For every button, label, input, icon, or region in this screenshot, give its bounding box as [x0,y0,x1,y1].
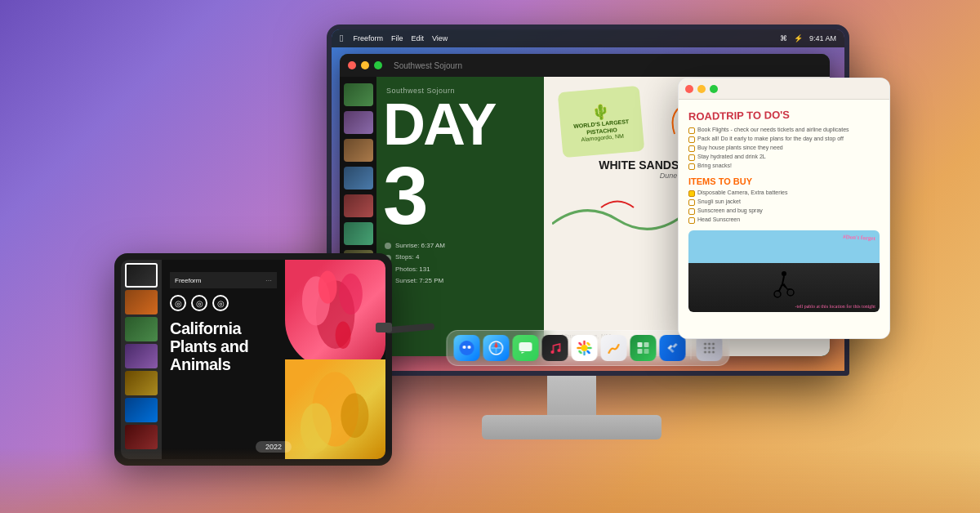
dock-separator [691,337,692,359]
menu-time: 9:41 AM [809,34,836,42]
monitor-stand-base [482,415,662,439]
svg-point-23 [782,271,786,276]
ipad-topbar: Freeform ⋯ [170,272,277,288]
ipad-main-title: California Plants and Animals [170,319,277,373]
studio-display:  Freeform File Edit View ⌘ ⚡ 9:41 AM [310,25,866,449]
window-titlebar: Southwest Sojourn [340,54,830,77]
svg-rect-13 [644,349,649,354]
svg-point-3 [463,346,466,349]
svg-point-2 [460,341,474,355]
dock-icon-photos[interactable] [572,335,598,361]
ipad-screen: Freeform ⋯ ◎ ◎ ◎ California Plants and A… [121,260,385,459]
notes-image-caption: #Don't forget [843,234,875,242]
ipad-thumb-1[interactable] [125,263,158,288]
dock-icon-music[interactable] [542,335,568,361]
apple-menu[interactable]:  [340,33,343,44]
cyclist-figure [768,270,800,306]
svg-point-20 [704,351,706,354]
ipad-thumb-2[interactable] [125,290,158,314]
ipad-thumb-3[interactable] [125,317,158,341]
dock-icon-messages[interactable] [513,335,539,361]
notes-item-7: Snugli sun jacket [688,199,880,206]
dock-icon-numbers[interactable] [630,335,657,361]
freeform-info-block: Sunrise: 6:37 AM Stops: 4 Photos: 131 Su… [385,240,445,288]
svg-point-29 [318,270,336,303]
ipad-icon-2: ◎ [191,295,207,311]
fullscreen-button[interactable] [374,61,382,69]
notes-close[interactable] [685,85,693,93]
svg-point-30 [335,321,350,349]
dock-icon-safari[interactable] [483,335,510,361]
ipad-icon-3: ◎ [212,295,229,311]
sidebar-thumb-4[interactable] [344,167,373,190]
svg-point-18 [708,347,710,350]
menu-view[interactable]: View [432,34,448,42]
notes-section2-title: ITEMS TO BUY [688,176,880,186]
notes-item-8: Sunscreen and bug spray [688,207,880,215]
svg-point-22 [712,351,715,354]
ipad-flower-bottom [285,359,385,459]
notes-item-2: Pack all! Do it early to make plans for … [688,136,880,143]
notes-fullscreen[interactable] [710,85,718,93]
ipad-year-badge: 2022 [256,441,292,453]
svg-rect-12 [638,349,643,354]
svg-point-14 [704,343,706,346]
sidebar-thumb-5[interactable] [344,194,373,217]
svg-point-28 [339,274,362,314]
ipad-sidebar[interactable] [121,260,162,459]
ipad-thumb-7[interactable] [125,425,158,449]
menu-wifi-icon: ⌘ [780,34,787,42]
ipad-main-content: Freeform ⋯ ◎ ◎ ◎ California Plants and A… [162,260,385,459]
notes-window: ROADTRIP TO DO'S Book Flights - check ou… [678,78,890,339]
ipad-thumb-4[interactable] [125,344,158,368]
dock-icon-finder[interactable] [454,335,480,361]
ipad-flower-top [285,260,385,369]
dock-icon-xcode[interactable] [660,335,686,361]
menu-file[interactable]: File [391,34,403,42]
ipad-icon-1: ◎ [170,295,186,311]
svg-point-15 [708,343,710,346]
svg-point-8 [558,349,561,352]
svg-point-7 [551,350,555,354]
ipad-thumb-6[interactable] [125,398,158,422]
ipad-icons-row: ◎ ◎ ◎ [170,295,277,311]
notes-item-3: Buy house plants since they need [688,145,880,152]
svg-point-32 [301,403,332,453]
menu-bar:  Freeform File Edit View ⌘ ⚡ 9:41 AM [332,29,844,47]
window-title: Southwest Sojourn [394,61,462,70]
minimize-button[interactable] [361,61,369,69]
ipad-illustration [285,260,385,459]
notes-item-5: Bring snacks! [688,163,880,170]
sidebar-thumb-1[interactable] [344,83,373,106]
svg-point-24 [774,291,781,297]
svg-point-4 [468,346,471,349]
notes-minimize[interactable] [697,85,706,93]
svg-point-21 [708,351,710,354]
svg-point-17 [704,347,706,350]
svg-rect-6 [519,342,532,351]
notes-item-1: Book Flights - check our needs tickets a… [688,127,880,134]
ipad-title-area: Freeform ⋯ ◎ ◎ ◎ California Plants and A… [162,260,285,459]
notes-image: #Don't forget -tell pablo at this locati… [688,230,880,312]
svg-rect-10 [638,342,643,347]
menu-edit[interactable]: Edit [411,34,424,42]
ipad-controls: ⋯ [265,277,272,284]
freeform-day-text: DAY [383,95,494,154]
notes-item-9: Head Sunscreen [688,216,880,224]
dock-icon-freeform[interactable] [601,335,627,361]
notes-item-6: Disposable Camera, Extra batteries [688,190,880,197]
notes-body: ROADTRIP TO DO'S Book Flights - check ou… [679,100,889,338]
sidebar-thumb-2[interactable] [344,111,373,134]
notes-item-4: Stay hydrated and drink 2L [688,154,880,161]
svg-point-25 [787,289,794,296]
ipad-thumb-5[interactable] [125,371,158,395]
sidebar-thumb-3[interactable] [344,139,373,162]
sidebar-thumb-6[interactable] [344,222,373,245]
svg-point-33 [341,393,368,438]
close-button[interactable] [348,61,356,69]
usb-c-connector [376,323,392,332]
menu-battery-icon: ⚡ [794,34,803,42]
svg-point-9 [581,345,588,351]
menu-freeform[interactable]: Freeform [353,34,383,42]
svg-point-16 [712,343,715,346]
